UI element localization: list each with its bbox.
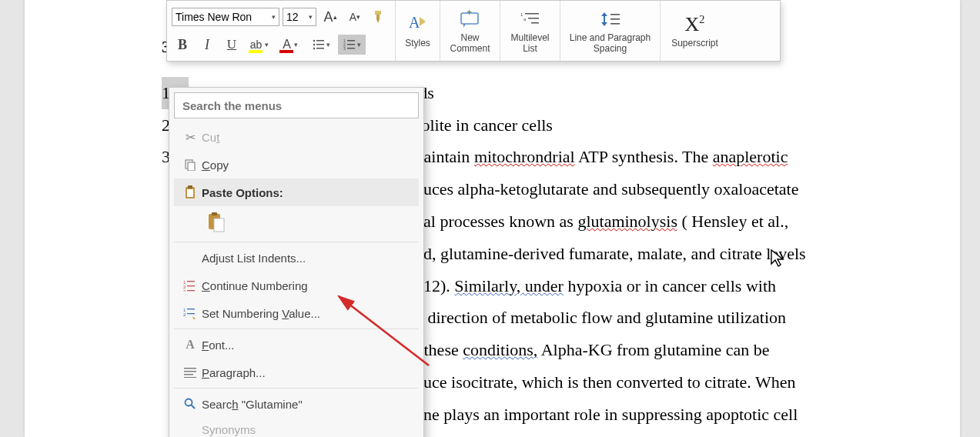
svg-rect-19 — [531, 22, 539, 24]
svg-rect-21 — [610, 18, 620, 20]
svg-rect-9 — [347, 44, 355, 45]
grammar-suggestion[interactable]: conditions, — [463, 340, 537, 359]
svg-rect-7 — [347, 40, 355, 42]
decrease-font-icon[interactable]: A▾ — [344, 7, 366, 27]
set-numbering-icon: 12 — [179, 307, 202, 319]
svg-rect-1 — [316, 40, 324, 42]
superscript-group[interactable]: X2 Superscript — [660, 1, 729, 61]
paragraph-icon — [179, 367, 202, 378]
svg-rect-5 — [316, 48, 324, 49]
new-comment-group[interactable]: + NewComment — [440, 1, 500, 61]
menu-set-numbering-value[interactable]: 12 Set Numbering Value... — [174, 299, 419, 327]
svg-rect-27 — [187, 189, 193, 197]
format-painter-icon[interactable] — [369, 7, 390, 27]
comment-icon: + — [460, 5, 481, 33]
spelling-error[interactable]: glutaminolysis — [577, 212, 677, 231]
menu-continue-numbering[interactable]: 123 Continue Numbering — [174, 272, 419, 299]
svg-rect-36 — [187, 290, 195, 291]
svg-text:3: 3 — [343, 46, 346, 50]
menu-search-selection[interactable]: Search "Glutamine" — [174, 390, 419, 418]
font-color-button[interactable]: A▾ — [276, 35, 304, 55]
underline-button[interactable]: U — [221, 35, 242, 55]
bold-button[interactable]: B — [172, 35, 193, 55]
menu-paste-options-header: Paste Options: — [174, 178, 419, 206]
svg-line-46 — [192, 405, 196, 409]
font-size-combo[interactable]: 12▾ — [283, 8, 316, 26]
paste-options-row — [174, 206, 419, 240]
increase-font-icon[interactable]: A▴ — [319, 7, 341, 27]
svg-point-4 — [313, 48, 314, 49]
svg-rect-22 — [610, 23, 620, 25]
font-name-combo[interactable]: Times New Ron▾ — [172, 8, 279, 26]
copy-icon — [179, 158, 202, 171]
multilevel-list-group[interactable]: 1a MultilevelList — [500, 1, 560, 61]
spelling-error[interactable]: mitochrondrial — [474, 147, 575, 166]
multilevel-list-icon: 1a — [520, 5, 540, 33]
line-spacing-group[interactable]: Line and ParagraphSpacing — [560, 1, 660, 61]
svg-point-45 — [186, 399, 192, 406]
spacing-icon — [600, 5, 621, 33]
menu-search-input[interactable] — [174, 92, 419, 118]
italic-button[interactable]: I — [196, 35, 218, 55]
svg-rect-41 — [184, 368, 196, 369]
svg-rect-3 — [316, 44, 324, 45]
svg-rect-38 — [187, 309, 195, 309]
font-icon: A — [179, 338, 202, 352]
superscript-icon: X2 — [685, 11, 705, 38]
svg-rect-24 — [188, 162, 195, 171]
bullets-button[interactable]: ▾ — [307, 35, 335, 55]
strikethrough-highlight-button[interactable]: ab▾ — [246, 35, 273, 55]
svg-rect-16 — [525, 13, 539, 15]
svg-rect-11 — [347, 48, 355, 49]
context-menu: ✂ Cut Copy Paste Options: Adjust List In… — [169, 87, 424, 437]
svg-point-2 — [313, 44, 314, 45]
svg-rect-30 — [214, 218, 224, 232]
svg-rect-26 — [188, 185, 192, 188]
svg-rect-20 — [610, 14, 620, 15]
spelling-error[interactable]: anaplerotic — [713, 147, 788, 166]
document-page: 3.0 G 1 Glutamine is the major amino aci… — [25, 0, 960, 437]
svg-rect-42 — [184, 371, 196, 372]
menu-paragraph[interactable]: Paragraph... — [174, 359, 419, 386]
svg-rect-32 — [187, 281, 195, 282]
mini-toolbar: Times New Ron▾ 12▾ A▴ A▾ B I U ab▾ A▾ ▾ — [166, 0, 781, 62]
styles-icon: A — [407, 11, 429, 38]
menu-font[interactable]: A Font... — [174, 331, 419, 359]
svg-rect-44 — [184, 377, 196, 378]
grammar-suggestion[interactable]: Similarly, under — [454, 276, 564, 295]
svg-text:+: + — [467, 10, 472, 18]
cut-icon: ✂ — [179, 130, 202, 145]
styles-group[interactable]: A Styles — [395, 1, 440, 61]
svg-rect-34 — [187, 285, 195, 286]
menu-adjust-list-indents[interactable]: Adjust List Indents... — [174, 244, 419, 272]
svg-text:a: a — [523, 17, 527, 22]
svg-rect-43 — [184, 374, 193, 375]
paste-keep-source-icon[interactable] — [203, 209, 229, 235]
svg-rect-40 — [187, 313, 195, 314]
svg-text:A: A — [409, 14, 420, 31]
menu-synonyms[interactable]: Synonyms — [174, 418, 419, 437]
paste-icon — [179, 185, 202, 199]
svg-text:3: 3 — [183, 289, 186, 292]
menu-copy[interactable]: Copy — [174, 151, 419, 178]
search-icon — [179, 398, 202, 410]
svg-point-0 — [313, 40, 314, 42]
numbering-button[interactable]: 123▾ — [338, 35, 366, 55]
continue-numbering-icon: 123 — [179, 279, 202, 292]
menu-cut: ✂ Cut — [174, 123, 419, 151]
svg-rect-18 — [528, 18, 539, 19]
svg-rect-29 — [212, 212, 217, 215]
svg-text:2: 2 — [183, 312, 186, 317]
